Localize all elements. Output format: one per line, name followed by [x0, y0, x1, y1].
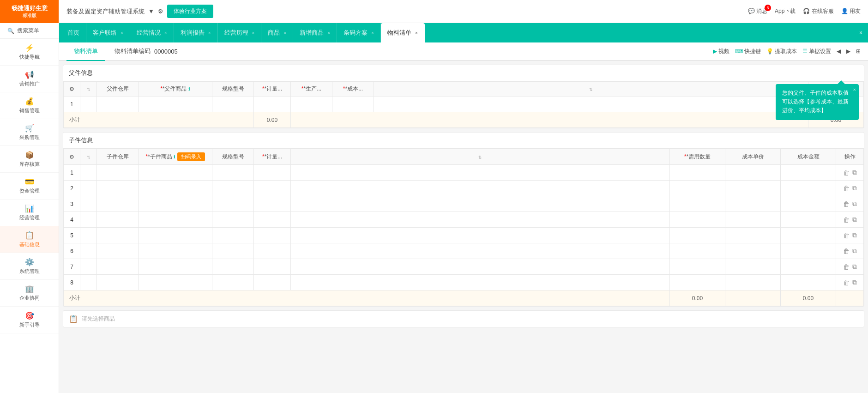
tab-bom[interactable]: 物料清单 ×: [381, 23, 425, 42]
parent-settings-icon[interactable]: ⚙: [69, 86, 74, 92]
child-col-settings[interactable]: ⚙: [64, 149, 80, 165]
tab-customer[interactable]: 客户联络 ×: [86, 23, 130, 42]
parent-col-settings[interactable]: ⚙: [64, 82, 80, 97]
trial-button[interactable]: 体验行业方案: [167, 5, 213, 18]
delete-icon-row2[interactable]: 🗑: [843, 185, 850, 192]
child-row6-warehouse[interactable]: [97, 243, 139, 259]
child-row8-needed[interactable]: [670, 275, 725, 290]
child-row7-warehouse[interactable]: [97, 259, 139, 275]
dropdown-arrow[interactable]: ▼: [148, 8, 154, 15]
child-row5-qty[interactable]: [254, 228, 291, 243]
tab-history-close[interactable]: ×: [252, 30, 255, 36]
child-row1-warehouse[interactable]: [97, 165, 139, 181]
nav-prev[interactable]: ◀: [837, 48, 841, 54]
tooltip-close-btn[interactable]: ×: [853, 86, 856, 94]
sidebar-item-quick-nav[interactable]: ⚡ 快捷导航: [0, 39, 59, 66]
sidebar-item-enterprise[interactable]: 🏢 企业协同: [0, 280, 59, 307]
delete-icon-row7[interactable]: 🗑: [843, 263, 850, 271]
sidebar-item-sales[interactable]: 💰 销售管理: [0, 92, 59, 119]
tab-history[interactable]: 经营历程 ×: [218, 23, 262, 42]
tab-bom-close[interactable]: ×: [415, 30, 418, 36]
copy-icon-row2[interactable]: ⧉: [852, 184, 857, 192]
delete-icon-row1[interactable]: 🗑: [843, 169, 850, 176]
tab-barcode-close[interactable]: ×: [371, 30, 374, 36]
nav-close-all[interactable]: ×: [856, 30, 866, 36]
sidebar-item-search[interactable]: 🔍 搜索菜单: [0, 23, 59, 39]
child-row5-product[interactable]: [139, 228, 212, 243]
child-row3-product[interactable]: [139, 196, 212, 212]
copy-icon-row7[interactable]: ⧉: [852, 263, 857, 271]
parent-product-info-icon[interactable]: ℹ: [188, 86, 190, 91]
sidebar-item-basic[interactable]: 📋 基础信息: [0, 226, 59, 253]
child-row6-qty[interactable]: [254, 243, 291, 259]
child-row1-needed[interactable]: [670, 165, 725, 181]
toolbar-single-settings[interactable]: ☰ 单据设置: [802, 48, 831, 55]
child-row1-product[interactable]: [139, 165, 212, 181]
parent-row-prod[interactable]: [291, 97, 332, 112]
child-row2-warehouse[interactable]: [97, 181, 139, 196]
tab-operation[interactable]: 经营情况 ×: [130, 23, 174, 42]
tab-product[interactable]: 商品 ×: [261, 23, 293, 42]
child-product-info-icon[interactable]: ℹ: [174, 154, 175, 159]
sidebar-item-inventory[interactable]: 📦 库存核算: [0, 146, 59, 173]
online-service-link[interactable]: 🎧 在线客服: [803, 7, 833, 15]
child-row1-qty[interactable]: [254, 165, 291, 181]
tab-new-product[interactable]: 新增商品 ×: [293, 23, 337, 42]
sidebar-item-purchase[interactable]: 🛒 采购管理: [0, 119, 59, 146]
sub-tab-bom-list[interactable]: 物料清单: [66, 42, 105, 61]
child-row4-qty[interactable]: [254, 212, 291, 228]
copy-icon-row5[interactable]: ⧉: [852, 231, 857, 239]
child-row3-needed[interactable]: [670, 196, 725, 212]
grid-view[interactable]: ⊞: [856, 48, 861, 54]
tab-profit[interactable]: 利润报告 ×: [174, 23, 218, 42]
app-download-link[interactable]: App下载: [775, 7, 796, 15]
child-row4-product[interactable]: [139, 212, 212, 228]
parent-row-qty[interactable]: [254, 97, 291, 112]
child-settings-icon[interactable]: ⚙: [69, 154, 74, 160]
tab-operation-close[interactable]: ×: [164, 30, 167, 36]
sidebar-item-ops[interactable]: 📊 经营管理: [0, 200, 59, 226]
child-row4-needed[interactable]: [670, 212, 725, 228]
copy-icon-row1[interactable]: ⧉: [852, 169, 857, 176]
child-row5-needed[interactable]: [670, 228, 725, 243]
child-row2-needed[interactable]: [670, 181, 725, 196]
delete-icon-row4[interactable]: 🗑: [843, 216, 850, 224]
copy-icon-row6[interactable]: ⧉: [852, 247, 857, 255]
scan-input-btn[interactable]: 扫码录入: [177, 152, 205, 161]
parent-row-product[interactable]: [139, 97, 212, 112]
delete-icon-row5[interactable]: 🗑: [843, 232, 850, 239]
toolbar-extract-cost[interactable]: 💡 提取成本: [766, 48, 797, 55]
copy-icon-row4[interactable]: ⧉: [852, 216, 857, 224]
toolbar-hotkey[interactable]: ⌨ 快捷键: [735, 48, 761, 55]
parent-row-warehouse[interactable]: [97, 97, 139, 112]
child-row8-warehouse[interactable]: [97, 275, 139, 290]
nav-next[interactable]: ▶: [846, 48, 850, 54]
message-badge[interactable]: 💬 消息 6: [748, 7, 767, 15]
child-row8-qty[interactable]: [254, 275, 291, 290]
child-row4-warehouse[interactable]: [97, 212, 139, 228]
sidebar-item-marketing[interactable]: 📢 营销推广: [0, 66, 59, 92]
sidebar-item-guide[interactable]: 🎯 新手引导: [0, 307, 59, 333]
tab-new-product-close[interactable]: ×: [327, 30, 330, 36]
tab-barcode[interactable]: 条码方案 ×: [337, 23, 381, 42]
tab-profit-close[interactable]: ×: [208, 30, 211, 36]
copy-icon-row3[interactable]: ⧉: [852, 200, 857, 208]
child-row3-qty[interactable]: [254, 196, 291, 212]
user-avatar[interactable]: 👤 用友: [841, 7, 861, 15]
copy-icon-row8[interactable]: ⧉: [852, 278, 857, 286]
tab-home[interactable]: 首页: [61, 23, 86, 42]
child-row5-warehouse[interactable]: [97, 228, 139, 243]
tab-customer-close[interactable]: ×: [121, 30, 123, 36]
delete-icon-row8[interactable]: 🗑: [843, 279, 850, 286]
child-row2-qty[interactable]: [254, 181, 291, 196]
child-row7-qty[interactable]: [254, 259, 291, 275]
child-row2-product[interactable]: [139, 181, 212, 196]
sidebar-item-finance[interactable]: 💳 资金管理: [0, 173, 59, 200]
child-row6-needed[interactable]: [670, 243, 725, 259]
sidebar-item-system[interactable]: ⚙️ 系统管理: [0, 253, 59, 280]
child-row7-product[interactable]: [139, 259, 212, 275]
delete-icon-row6[interactable]: 🗑: [843, 248, 850, 255]
child-row6-product[interactable]: [139, 243, 212, 259]
child-row7-needed[interactable]: [670, 259, 725, 275]
delete-icon-row3[interactable]: 🗑: [843, 200, 850, 208]
